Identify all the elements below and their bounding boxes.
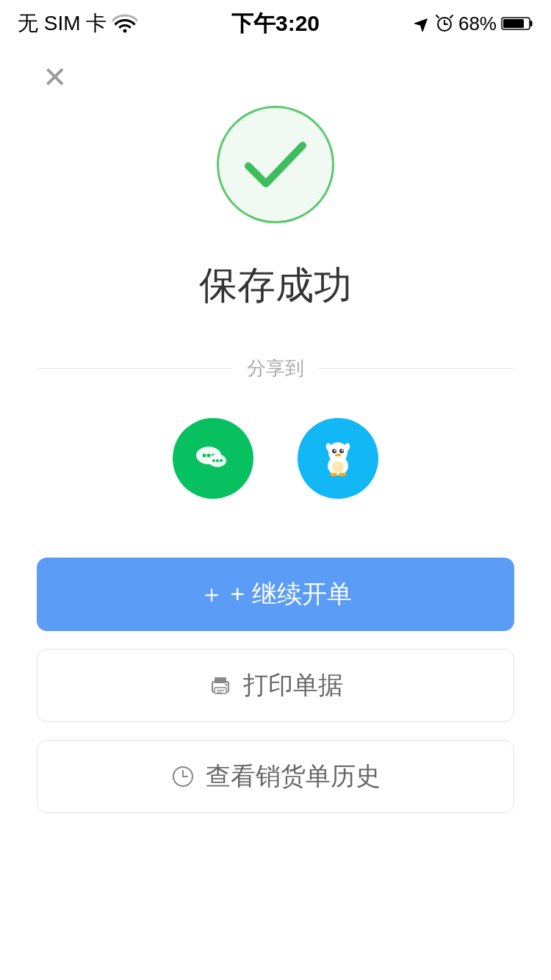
status-bar: 无 SIM 卡 下午3:20 68% [0,0,551,47]
status-right: 68% [414,12,533,35]
svg-point-32 [226,684,228,686]
success-title: 保存成功 [199,260,352,311]
svg-point-24 [339,473,346,477]
wifi-icon [112,14,137,33]
status-left: 无 SIM 卡 [18,10,137,37]
svg-point-23 [330,473,337,477]
share-wechat-button[interactable] [173,418,253,499]
clock-icon [170,764,195,789]
close-icon: ✕ [43,62,68,92]
svg-point-13 [216,459,219,462]
print-label: 打印单据 [243,669,343,702]
svg-point-19 [342,450,343,451]
location-icon [414,15,431,32]
success-icon-container [217,106,334,223]
status-time: 下午3:20 [231,9,320,39]
no-sim-label: 无 SIM 卡 [18,10,107,37]
qq-icon [316,436,360,480]
svg-rect-4 [530,21,533,26]
action-buttons: ＋ + 继续开单 打印单据 [37,558,514,813]
svg-point-14 [220,459,223,462]
printer-icon [208,673,233,698]
print-button[interactable]: 打印单据 [37,649,514,722]
svg-point-9 [207,454,211,458]
wechat-icon [190,435,237,482]
svg-point-12 [212,459,215,462]
alarm-icon [435,14,454,33]
battery-icon [501,15,533,32]
divider-left [37,368,232,369]
checkmark-icon [242,140,309,190]
svg-point-18 [334,450,336,451]
close-button[interactable]: ✕ [37,59,73,96]
svg-point-8 [203,454,206,458]
svg-point-22 [332,461,344,473]
share-divider: 分享到 [37,356,514,381]
continue-button[interactable]: ＋ + 继续开单 [37,558,514,631]
svg-rect-5 [503,19,524,28]
battery-percent: 68% [458,12,497,35]
history-button[interactable]: 查看销货单历史 [37,740,514,813]
svg-rect-28 [215,677,226,683]
share-label: 分享到 [247,356,304,381]
continue-label: + 继续开单 [230,577,351,611]
history-label: 查看销货单历史 [206,760,381,793]
share-icons-row [173,418,378,499]
main-content: 保存成功 分享到 [0,47,551,813]
divider-right [319,368,514,369]
plus-icon: ＋ [199,577,224,611]
share-qq-button[interactable] [298,418,378,499]
